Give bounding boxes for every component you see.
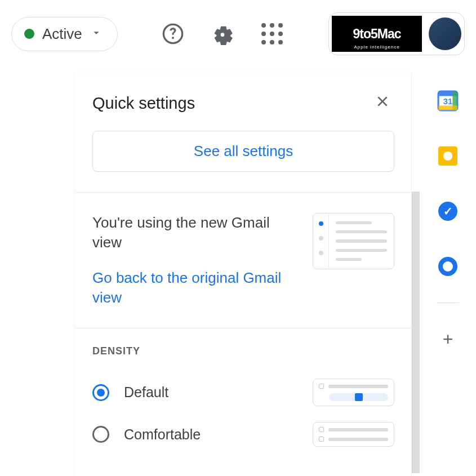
account-switcher[interactable]: 9to5Mac Apple Intelligence (328, 12, 465, 55)
panel-title: Quick settings (92, 94, 195, 113)
original-view-link[interactable]: Go back to the original Gmail view (92, 268, 296, 308)
divider (437, 302, 459, 303)
scrollbar[interactable] (412, 73, 420, 476)
apps-grid-icon[interactable] (261, 23, 283, 45)
avatar[interactable] (429, 17, 461, 50)
density-option-comfortable[interactable]: Comfortable (92, 414, 394, 455)
density-label: Comfortable (124, 426, 298, 443)
new-view-message: You're using the new Gmail view (92, 213, 296, 252)
calendar-icon[interactable]: 31 (437, 90, 459, 112)
view-thumbnail-icon (313, 213, 394, 269)
density-label: Default (124, 384, 298, 401)
help-icon[interactable] (162, 23, 184, 45)
density-option-default[interactable]: Default (92, 371, 394, 414)
gear-icon[interactable] (211, 23, 234, 45)
status-dot-icon (24, 29, 34, 39)
keep-icon[interactable] (437, 145, 459, 167)
status-label: Active (42, 25, 82, 43)
divider (75, 328, 411, 328)
add-icon[interactable]: + (437, 328, 459, 350)
radio-unselected-icon (92, 426, 109, 443)
contacts-icon[interactable] (437, 256, 459, 277)
status-chip[interactable]: Active (11, 17, 118, 51)
brand-thumbnail: 9to5Mac Apple Intelligence (332, 16, 422, 52)
svg-text:31: 31 (443, 97, 452, 106)
density-comfortable-thumbnail-icon (313, 422, 394, 447)
top-bar: Active 9to5Mac Apple Intelligence (0, 0, 476, 55)
topbar-icons (162, 23, 283, 45)
close-icon[interactable] (371, 89, 394, 117)
svg-rect-3 (438, 105, 457, 110)
scrollbar-thumb[interactable] (412, 192, 420, 473)
radio-selected-icon (92, 384, 109, 401)
side-panel: 31 + (420, 73, 476, 476)
quick-settings-panel: Quick settings See all settings You're u… (75, 73, 412, 476)
see-all-settings-button[interactable]: See all settings (92, 131, 394, 172)
tasks-icon[interactable] (437, 201, 459, 222)
chevron-down-icon (90, 26, 103, 41)
density-default-thumbnail-icon (313, 379, 394, 406)
density-heading: DENSITY (92, 345, 394, 357)
